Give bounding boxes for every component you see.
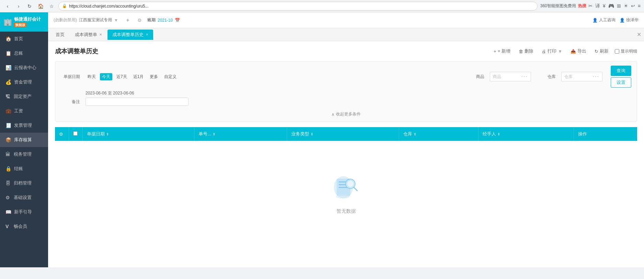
display-toggle-label: 显示明细 (621, 48, 637, 54)
select-all-checkbox[interactable] (73, 131, 78, 136)
fixed-assets-icon: 🏗 (5, 94, 11, 99)
sidebar-item-funds-label: 资金管理 (14, 79, 32, 85)
close-all-button[interactable]: ✕ (637, 31, 641, 38)
date-option-more[interactable]: 更多 (148, 73, 160, 80)
date-option-7days[interactable]: 近7天 (114, 73, 129, 80)
sidebar-item-membership-label: 畅会员 (14, 223, 27, 230)
manager-sort[interactable]: 经手人 ⇕ (483, 131, 569, 137)
print-button[interactable]: 🖨 打印 ▼ (540, 47, 564, 56)
sidebar-logo: 🏢 畅捷通好会计 旗舰版 (0, 12, 48, 32)
remark-input[interactable] (86, 98, 189, 106)
tab-cost-adjust-history[interactable]: 成本调整单历史 ✕ (108, 30, 153, 40)
back-button[interactable]: ‹ (3, 2, 12, 10)
app-header: (勿删勿禁用) 江西服宝测试专用 ▼ + ⚙ 账期 2021-10 📅 👤 人工… (48, 12, 644, 28)
service-button[interactable]: 👤 人工咨询 (592, 17, 615, 23)
date-option-custom[interactable]: 自定义 (162, 73, 179, 80)
invoice-icon: 🧾 (5, 123, 11, 128)
table-header-row: ⚙ 单据日期 ⇕ (55, 127, 637, 141)
date-option-yesterday[interactable]: 昨天 (86, 73, 98, 80)
empty-cell: 暂无数据 (55, 141, 637, 228)
sidebar-item-membership[interactable]: V 畅会员 (0, 219, 48, 234)
number-sort[interactable]: 单号... ⇕ (199, 131, 283, 137)
period-selector[interactable]: 账期 2021-10 📅 (147, 17, 180, 23)
date-option-today[interactable]: 今天 (100, 73, 112, 80)
sidebar-item-fixed-assets[interactable]: 🏗 固定资产 (0, 89, 48, 104)
sun-icon[interactable]: ☀ (624, 3, 628, 9)
sidebar-item-reports[interactable]: 📊 云报表中心 (0, 60, 48, 75)
home-button[interactable]: 🏠 (36, 2, 45, 10)
calendar-icon: 📅 (175, 18, 180, 23)
th-type[interactable]: 业务类型 ⇕ (287, 127, 399, 141)
th-type-label: 业务类型 (291, 131, 309, 137)
warehouse-sort[interactable]: 仓库 ⇕ (403, 131, 474, 137)
export-label: 导出 (577, 48, 586, 54)
goods-selector[interactable]: 商品 ··· (490, 72, 531, 81)
sidebar-item-home[interactable]: 🏠 首页 (0, 32, 48, 46)
game-icon[interactable]: 🎮 (608, 3, 614, 9)
export-button[interactable]: 📤 导出 (568, 47, 588, 56)
delete-button[interactable]: 🗑 删除 (517, 47, 535, 56)
table-body: 暂无数据 (55, 141, 637, 228)
inventory-icon: 📦 (5, 137, 11, 143)
date-option-1month[interactable]: 近1月 (131, 73, 146, 80)
coin-icon[interactable]: ¥ (603, 3, 606, 9)
reload-button[interactable]: ↻ (25, 2, 34, 10)
sidebar-item-salary[interactable]: 💼 工资 (0, 104, 48, 118)
sidebar-item-funds[interactable]: 💰 资金管理 (0, 75, 48, 89)
th-date[interactable]: 单据日期 ⇕ (82, 127, 194, 141)
menu-icon[interactable]: ≡ (638, 3, 641, 9)
scissors-icon[interactable]: ✂ (588, 3, 592, 9)
collapse-button[interactable]: ∧ 收起更多条件 (61, 109, 631, 117)
sidebar-item-ledger[interactable]: 📋 总账 (0, 46, 48, 60)
display-checkbox[interactable] (615, 49, 619, 54)
add-tab-button[interactable]: + (124, 16, 132, 24)
sidebar-item-settings[interactable]: ⚙ 基础设置 (0, 190, 48, 205)
warehouse-more-icon[interactable]: ··· (593, 74, 599, 80)
sidebar-item-archive[interactable]: 🗄 归档管理 (0, 176, 48, 190)
content-area: 成本调整单历史 + + 新增 🗑 删除 🖨 打印 (48, 41, 644, 234)
delete-icon: 🗑 (519, 49, 523, 54)
logo-title: 畅捷通好会计 (14, 16, 41, 22)
warehouse-selector[interactable]: 仓库 ··· (561, 72, 602, 81)
company-prefix: (勿删勿禁用) (54, 17, 77, 23)
th-manager[interactable]: 经手人 ⇕ (478, 127, 574, 141)
sidebar-item-close[interactable]: 🔒 结账 (0, 161, 48, 176)
close-account-icon: 🔒 (5, 166, 11, 171)
query-button[interactable]: 查询 (611, 66, 631, 76)
goods-more-icon[interactable]: ··· (521, 74, 528, 80)
sidebar-nav: 🏠 首页 📋 总账 📊 云报表中心 💰 资金管理 🏗 固定资产 💼 工资 (0, 32, 48, 267)
sidebar-item-reports-label: 云报表中心 (14, 65, 36, 71)
type-sort[interactable]: 业务类型 ⇕ (291, 131, 395, 137)
company-selector[interactable]: (勿删勿禁用) 江西服宝测试专用 ▼ (54, 17, 118, 23)
data-table: ⚙ 单据日期 ⇕ (55, 127, 637, 228)
sidebar-item-inventory[interactable]: 📦 库存核算 (0, 133, 48, 147)
th-settings[interactable]: ⚙ (55, 127, 69, 141)
tab-cost-adjust[interactable]: 成本调整单 ✕ (70, 30, 107, 40)
th-number[interactable]: 单号... ⇕ (194, 127, 287, 141)
tab-cost-adjust-history-close[interactable]: ✕ (146, 33, 148, 36)
sidebar-item-guide[interactable]: 📖 新手引导 (0, 205, 48, 219)
svg-rect-4 (339, 187, 347, 188)
date-sort[interactable]: 单据日期 ⇕ (87, 131, 190, 137)
star-button[interactable]: ☆ (47, 2, 56, 10)
filter-settings-button[interactable]: 设置 (611, 77, 631, 88)
forward-button[interactable]: › (14, 2, 23, 10)
date-sort-icon: ⇕ (106, 132, 109, 136)
grid-icon[interactable]: ⊞ (617, 3, 621, 9)
user-button[interactable]: 👤 徐泽华 (620, 17, 639, 23)
display-toggle[interactable]: 显示明细 (615, 48, 637, 54)
undo-icon[interactable]: ↩ (631, 3, 635, 9)
th-warehouse[interactable]: 仓库 ⇕ (399, 127, 478, 141)
add-button[interactable]: + + 新增 (492, 47, 512, 56)
address-bar[interactable]: 🔒 https://cloud.chanjet.com/accounting/u… (58, 2, 538, 11)
sidebar-item-tax[interactable]: 🏛 税务管理 (0, 147, 48, 161)
th-checkbox[interactable] (69, 127, 82, 141)
tab-home[interactable]: 首页 (51, 30, 69, 40)
refresh-button[interactable]: ↻ 刷新 (592, 47, 611, 56)
tab-cost-adjust-close[interactable]: ✕ (99, 33, 102, 36)
sidebar-item-invoice[interactable]: 🧾 发票管理 (0, 118, 48, 133)
translate-icon[interactable]: 译 (595, 3, 600, 9)
sidebar-item-close-label: 结账 (14, 166, 23, 172)
sidebar-item-settings-label: 基础设置 (14, 194, 32, 201)
lock-icon: 🔒 (62, 4, 67, 8)
